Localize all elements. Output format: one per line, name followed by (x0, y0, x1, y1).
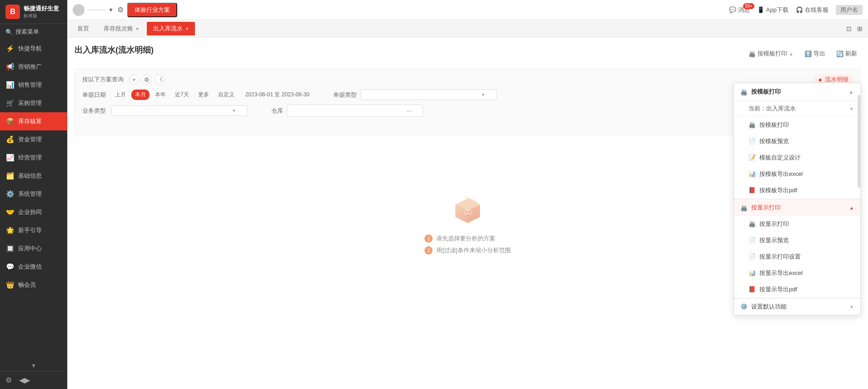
tab-batch-close[interactable]: × (136, 26, 139, 31)
quicknav-icon: ⚡ (5, 45, 15, 53)
sidebar-item-basic[interactable]: 🗂️ 基础信息 (0, 167, 67, 185)
current-template-label: 当前：出入库流水 (748, 105, 849, 113)
topbar-user[interactable]: ▼ (73, 4, 114, 16)
tip-number-1: 1 (424, 234, 433, 243)
sidebar-search[interactable]: 🔍 搜索菜单 (0, 24, 67, 40)
sidebar-item-marketing[interactable]: 📢 营销推广 (0, 58, 67, 76)
topbar-user-name[interactable]: 用户名 (836, 5, 863, 15)
sidebar-item-quicknav[interactable]: ⚡ 快捷导航 (0, 40, 67, 58)
refresh-button[interactable]: 🔄 刷新 (833, 48, 861, 60)
marketing-icon: 📢 (5, 63, 15, 71)
filter-add-button[interactable]: + (129, 75, 139, 85)
export-button[interactable]: ⬆️ 导出 (801, 48, 829, 60)
page-title: 出入库流水(流水明细) (75, 45, 154, 55)
sidebar-item-inventory[interactable]: 📦 库存核算 (0, 112, 67, 130)
sidebar-item-member[interactable]: 👑 畅会员 (0, 276, 67, 294)
sidebar-item-guide[interactable]: 🌟 新手引导 (0, 221, 67, 239)
sidebar-logo: B 畅捷通好生意 标准版 (0, 0, 67, 24)
sidebar-item-appstore[interactable]: 🔲 应用中心 (0, 239, 67, 258)
date-tabs: 上月 本月 本年 近7天 更多 自定义 (111, 90, 238, 100)
content-area: 出入库流水(流水明细) 🖨️ 按模板打印 ▲ ⬆️ 导出 🔄 刷新 (67, 37, 868, 389)
dropdown-default-function[interactable]: ⚙️ 设置默认功能 ▼ (734, 299, 860, 315)
online-service-button[interactable]: 🎧 在线客服 (796, 6, 828, 14)
dropdown-pdf-icon-2: 📕 (748, 286, 756, 293)
dropdown-item-template-print[interactable]: 🖨️ 按模板打印 (734, 117, 860, 133)
dropdown-item-display-excel[interactable]: 📊 按显示导出excel (734, 265, 860, 281)
dropdown-item-template-pdf[interactable]: 📕 按模板导出pdf (734, 182, 860, 199)
tab-flow-close[interactable]: × (185, 26, 188, 31)
dropdown-item-display-settings[interactable]: 📄 按显示打印设置 (734, 249, 860, 265)
dropdown-excel-icon-2: 📊 (748, 269, 756, 277)
empty-tip-1: 1 请先选择要分析的方案 (424, 234, 510, 243)
date-tab-currentyear[interactable]: 本年 (151, 90, 170, 100)
date-tab-currentmonth[interactable]: 本月 (131, 90, 150, 100)
main-area: ▼ ⚙ 体验行业方案 💬 消息 99+ 📱 App下载 🎧 在线客服 用户名 (67, 0, 868, 389)
dropdown-preview-icon-1: 📄 (748, 138, 756, 145)
headset-icon: 🎧 (796, 6, 803, 13)
dropdown-item-display-preview[interactable]: 📄 按显示预览 (734, 232, 860, 249)
tabs-bar: 首页 库存批次账 × 出入库流水 × ⊡ ⊞ (67, 20, 868, 37)
sidebar-scroll-down[interactable]: ▼ (0, 360, 67, 371)
restore-window-button[interactable]: ⊡ (844, 23, 853, 34)
doctype-arrow: ▼ (481, 92, 485, 97)
system-icon: ⚙️ (5, 190, 15, 198)
sidebar-settings-button[interactable]: ⚙ (5, 376, 12, 384)
dropdown-item-display-pdf[interactable]: 📕 按显示导出pdf (734, 281, 860, 298)
warehouse-select[interactable]: ··· (287, 105, 423, 117)
tab-flow[interactable]: 出入库流水 × (147, 22, 195, 35)
sidebar-footer: ⚙ ◀▶ (0, 371, 67, 389)
print-template-button[interactable]: 🖨️ 按模板打印 ▲ (745, 48, 797, 60)
dropdown-item-display-print[interactable]: 🖨️ 按显示打印 (734, 216, 860, 232)
dropdown-current-template[interactable]: 当前：出入库流水 ▼ (734, 101, 860, 117)
user-dropdown-arrow[interactable]: ▼ (108, 7, 114, 13)
biztype-select[interactable]: ▼ (111, 105, 248, 116)
corp-icon: 🤝 (5, 208, 15, 216)
sidebar-item-system[interactable]: ⚙️ 系统管理 (0, 185, 67, 203)
dropdown-preview-icon-2: 📄 (748, 237, 756, 244)
sidebar-item-ops[interactable]: 📈 经营管理 (0, 149, 67, 167)
filter-collapse-button[interactable]: 《 (155, 75, 165, 85)
phone-icon: 📱 (757, 6, 764, 13)
sidebar-collapse-button[interactable]: ◀▶ (19, 376, 30, 384)
dropdown-pdf-icon-1: 📕 (748, 187, 756, 194)
print-chevron-up: ▲ (789, 51, 793, 56)
sidebar-item-purchase[interactable]: 🛒 采购管理 (0, 94, 67, 112)
filter-warehouse-group: 仓库 ··· (271, 105, 423, 117)
dropdown-item-template-preview[interactable]: 📄 按模板预览 (734, 133, 860, 150)
app-download-button[interactable]: 📱 App下载 (757, 6, 788, 14)
dropdown-chevron-up[interactable]: ▲ (848, 89, 854, 95)
tip-number-2: 2 (424, 246, 433, 254)
inventory-icon: 📦 (5, 117, 15, 125)
user-avatar (73, 4, 85, 16)
tab-batch[interactable]: 库存批次账 × (97, 22, 145, 35)
sidebar-item-finance[interactable]: 💰 资金管理 (0, 130, 67, 149)
dropdown-item-template-excel[interactable]: 📊 按模板导出excel (734, 166, 860, 182)
doctype-select[interactable]: ▼ (360, 90, 497, 100)
svg-point-5 (469, 211, 470, 213)
date-tab-custom[interactable]: 自定义 (215, 90, 238, 100)
expand-window-button[interactable]: ⊞ (855, 23, 864, 34)
dropdown-header: 🖨️ 按模板打印 ▲ (734, 83, 860, 101)
warehouse-more[interactable]: ··· (407, 107, 412, 114)
dropdown-scrollbar[interactable] (858, 83, 860, 315)
dropdown-display-header[interactable]: 🖨️ 按显示打印 ▲ (734, 199, 860, 216)
ops-icon: 📈 (5, 154, 15, 162)
messages-badge: 99+ (743, 3, 754, 9)
date-tab-lastmonth[interactable]: 上月 (111, 90, 130, 100)
filter-doctype-group: 单据类型 ▼ (333, 90, 497, 100)
topbar-gear-icon[interactable]: ⚙ (117, 5, 124, 14)
date-tab-more[interactable]: 更多 (195, 90, 213, 100)
sales-icon: 📊 (5, 81, 15, 89)
sidebar-item-sales[interactable]: 📊 销售管理 (0, 76, 67, 94)
sidebar-item-wechat[interactable]: 💬 企业微信 (0, 258, 67, 276)
messages-button[interactable]: 💬 消息 99+ (729, 6, 750, 14)
date-tab-last7days[interactable]: 近7天 (171, 90, 193, 100)
sidebar: B 畅捷通好生意 标准版 🔍 搜索菜单 ⚡ 快捷导航 📢 营销推广 📊 销售管理… (0, 0, 67, 389)
filter-settings-button[interactable]: ⚙ (142, 75, 152, 85)
svg-point-4 (465, 211, 467, 213)
sidebar-item-corp[interactable]: 🤝 企业协同 (0, 203, 67, 221)
dropdown-item-template-customize[interactable]: 📝 模板自定义设计 (734, 150, 860, 166)
trial-button[interactable]: 体验行业方案 (127, 3, 177, 17)
tab-home[interactable]: 首页 (71, 22, 95, 35)
dropdown-display-icon: 🖨️ (740, 204, 748, 211)
